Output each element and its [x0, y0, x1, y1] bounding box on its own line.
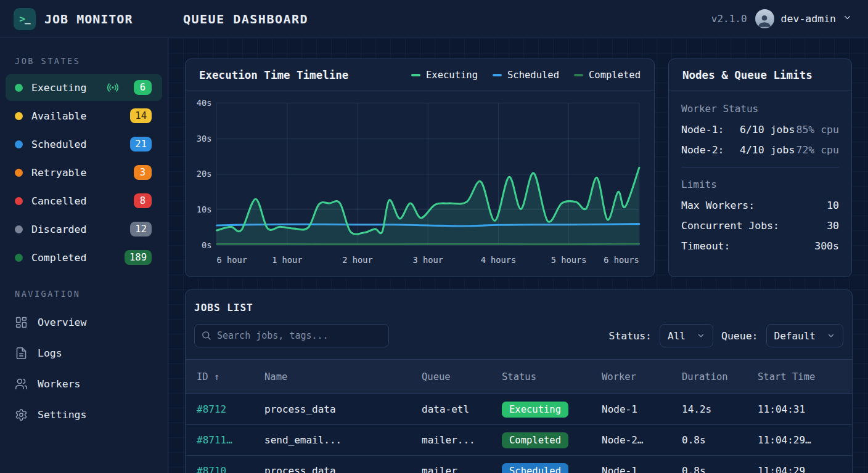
grid-icon — [15, 316, 28, 329]
status-badge: Scheduled — [502, 463, 568, 473]
job-queue: mailer... — [422, 434, 502, 446]
sidebar-item-available[interactable]: Available 14 — [6, 102, 162, 129]
app-title: JOB MONITOR — [44, 12, 133, 26]
job-name: process_data — [264, 465, 422, 473]
job-id-link[interactable]: #8711… — [197, 434, 264, 446]
legend-dash — [574, 74, 583, 76]
job-worker: Node-1 — [602, 403, 682, 415]
column-header-id[interactable]: ID ↑ — [197, 371, 264, 382]
job-start-time: 11:04:31 — [758, 403, 841, 415]
table-row[interactable]: #8711… send_email... mailer... Completed… — [186, 425, 852, 456]
count-badge: 8 — [134, 193, 152, 208]
app-header: >_ JOB MONITOR QUEUE DASHBOARD v2.1.0 de… — [0, 0, 868, 38]
queue-filter-label: Queue: — [721, 330, 758, 342]
svg-text:1 hour: 1 hour — [272, 255, 302, 265]
svg-text:0s: 0s — [202, 240, 211, 250]
count-badge: 21 — [130, 137, 152, 152]
column-header-name[interactable]: Name — [264, 371, 422, 382]
limit-row: Max Workers: 10 — [681, 200, 839, 211]
column-header-worker[interactable]: Worker — [602, 371, 682, 382]
brand: >_ JOB MONITOR — [0, 8, 168, 30]
job-states-section-label: JOB STATES — [15, 56, 168, 66]
svg-text:2 hour: 2 hour — [342, 255, 372, 265]
job-queue: data-etl — [422, 403, 502, 415]
jobs-panel: JOBS LIST Status: All Queue: Default — [185, 289, 853, 473]
sidebar-item-workers[interactable]: Workers — [0, 368, 168, 399]
timeline-panel: Execution Time Timeline Executing Schedu… — [185, 59, 655, 277]
svg-text:40s: 40s — [197, 98, 212, 108]
sidebar-item-logs[interactable]: Logs — [0, 338, 168, 368]
divider — [681, 167, 839, 168]
filters: Status: All Queue: Default — [609, 324, 844, 347]
search-input[interactable] — [194, 324, 389, 347]
count-badge: 12 — [130, 222, 152, 236]
status-dot — [15, 112, 23, 120]
status-dot — [15, 225, 23, 233]
status-dot — [15, 140, 23, 148]
status-dot — [15, 169, 23, 177]
job-worker: Node-1 — [602, 465, 682, 473]
svg-text:6 hours: 6 hours — [604, 255, 639, 265]
table-header-row: ID ↑ Name Queue Status Worker Duration S… — [186, 359, 852, 394]
status-dot — [15, 197, 23, 205]
sidebar-item-settings[interactable]: Settings — [0, 399, 168, 430]
timeline-chart-area: 0s10s20s30s40s6 hour1 hour2 hour3 hour4 … — [186, 91, 654, 269]
status-badge: Executing — [502, 402, 568, 418]
svg-text:20s: 20s — [197, 169, 212, 179]
svg-text:30s: 30s — [197, 134, 212, 144]
job-id-link[interactable]: #8712 — [197, 403, 264, 415]
timeline-title: Execution Time Timeline — [199, 69, 348, 81]
status-filter-select[interactable]: All — [660, 324, 713, 347]
users-icon — [15, 378, 28, 390]
job-queue: mailer — [422, 465, 502, 473]
main-content: Execution Time Timeline Executing Schedu… — [168, 38, 868, 473]
job-duration: 14.2s — [682, 403, 758, 415]
node-status-row: Node-2: 4/10 jobs 72% cpu — [681, 144, 839, 156]
gear-icon — [15, 408, 28, 421]
job-name: send_email... — [264, 434, 422, 446]
nodes-panel-header: Nodes & Queue Limits — [669, 59, 851, 91]
count-badge: 3 — [134, 165, 152, 180]
node-status-row: Node-1: 6/10 jobs 85% cpu — [681, 124, 839, 135]
legend-dash — [493, 74, 502, 76]
chart-legend: Executing Scheduled Completed — [411, 70, 641, 81]
column-header-queue[interactable]: Queue — [422, 371, 502, 382]
sidebar-item-executing[interactable]: Executing 6 — [6, 74, 162, 101]
header-right: v2.1.0 dev-admin — [711, 9, 868, 28]
queue-filter-select[interactable]: Default — [766, 324, 843, 347]
search-icon — [201, 330, 211, 341]
terminal-icon: >_ — [14, 8, 36, 30]
version-label: v2.1.0 — [711, 13, 747, 25]
job-duration: 0.8s — [682, 434, 758, 446]
count-badge: 189 — [125, 250, 152, 265]
limit-row: Timeout: 300s — [681, 240, 839, 252]
count-badge: 6 — [134, 80, 152, 95]
legend-item-completed[interactable]: Completed — [574, 70, 641, 81]
sidebar-item-discarded[interactable]: Discarded 12 — [6, 216, 162, 243]
sidebar-item-retryable[interactable]: Retryable 3 — [6, 159, 162, 186]
limits-label: Limits — [681, 179, 839, 190]
worker-status-label: Worker Status — [681, 103, 839, 115]
avatar — [755, 9, 774, 28]
legend-item-scheduled[interactable]: Scheduled — [493, 70, 559, 81]
sidebar-item-completed[interactable]: Completed 189 — [6, 244, 162, 271]
search-box — [194, 324, 389, 347]
table-row[interactable]: #8712 process_data data-etl Executing No… — [186, 394, 852, 425]
svg-text:4 hours: 4 hours — [481, 255, 517, 265]
count-badge: 14 — [130, 108, 152, 123]
user-menu[interactable]: dev-admin — [755, 9, 852, 28]
column-header-start-time[interactable]: Start Time — [758, 371, 841, 382]
job-id-link[interactable]: #8710 — [197, 465, 264, 473]
column-header-status[interactable]: Status — [502, 371, 602, 382]
timeline-panel-header: Execution Time Timeline Executing Schedu… — [186, 59, 654, 91]
table-row[interactable]: #8710 process_data mailer Scheduled Node… — [186, 456, 852, 473]
sidebar: JOB STATES Executing 6 Available 14 Sche… — [0, 38, 168, 473]
document-icon — [15, 347, 28, 360]
column-header-duration[interactable]: Duration — [682, 371, 758, 382]
person-silhouette-icon — [756, 12, 772, 28]
legend-item-executing[interactable]: Executing — [411, 70, 478, 81]
sidebar-item-scheduled[interactable]: Scheduled 21 — [6, 131, 162, 158]
sidebar-item-cancelled[interactable]: Cancelled 8 — [6, 187, 162, 214]
sidebar-item-overview[interactable]: Overview — [0, 307, 168, 338]
status-dot — [15, 84, 23, 92]
